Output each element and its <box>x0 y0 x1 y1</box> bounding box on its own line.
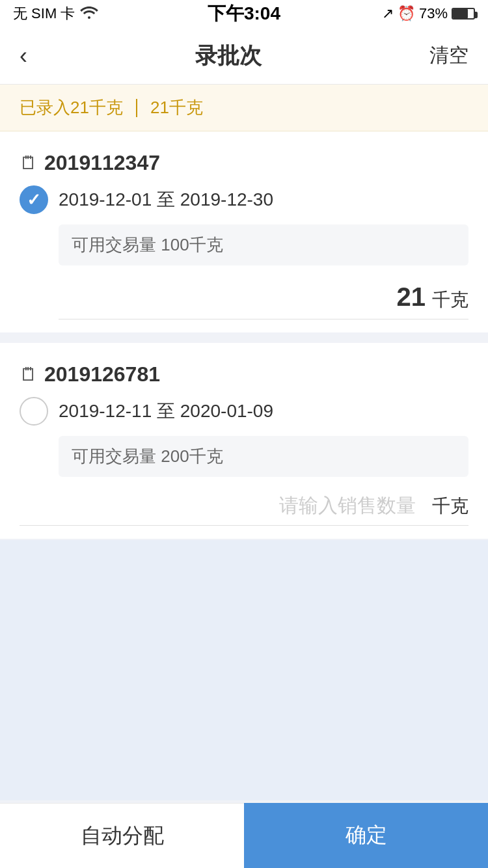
info-value: 21千克 <box>150 96 203 119</box>
battery-icon <box>452 8 475 20</box>
nav-bar: ‹ 录批次 清空 <box>0 27 488 85</box>
page-title: 录批次 <box>195 41 262 71</box>
batch1-amount-value: 21 <box>397 282 426 312</box>
clear-button[interactable]: 清空 <box>429 42 468 69</box>
batch1-checkbox[interactable] <box>20 185 48 214</box>
batch1-icon: 🗒 <box>20 152 38 174</box>
bottom-bar: 自动分配 确定 <box>0 803 488 868</box>
batch2-avail-text: 可用交易量 200千克 <box>72 446 223 466</box>
batch1-avail-text: 可用交易量 100千克 <box>72 235 223 254</box>
wifi-icon <box>80 5 98 23</box>
back-button[interactable]: ‹ <box>20 44 27 68</box>
batch2-input-divider <box>20 525 468 526</box>
batch1-date: 2019-12-01 至 2019-12-30 <box>59 187 273 212</box>
batch2-input-row: 千克 <box>20 483 468 525</box>
batch2-quantity-input[interactable] <box>178 495 426 517</box>
batch2-checkbox[interactable] <box>20 397 48 426</box>
batch1-amount-unit: 千克 <box>432 288 468 312</box>
status-right: ↗ ⏰ 73% <box>382 5 475 22</box>
batch2-date: 2019-12-11 至 2020-01-09 <box>59 399 273 424</box>
info-divider <box>136 99 137 117</box>
location-icon: ↗ <box>382 5 394 22</box>
status-left: 无 SIM 卡 <box>13 4 98 23</box>
alarm-icon: ⏰ <box>398 5 415 22</box>
batch2-unit: 千克 <box>432 494 468 519</box>
batch1-divider <box>59 319 468 319</box>
batch2-icon: 🗒 <box>20 364 38 385</box>
auto-distribute-button[interactable]: 自动分配 <box>0 803 244 868</box>
batch1-id: 2019112347 <box>44 151 160 175</box>
batch2-header: 🗒 2019126781 <box>20 362 468 387</box>
batch1-date-row: 2019-12-01 至 2019-12-30 <box>20 185 468 214</box>
batch2-id: 2019126781 <box>44 362 160 387</box>
batch1-header: 🗒 2019112347 <box>20 151 468 175</box>
info-banner: 已录入21千克 21千克 <box>0 85 488 131</box>
info-recorded: 已录入21千克 <box>20 96 123 119</box>
batch1-amount-row: 21 千克 <box>20 272 468 319</box>
confirm-button[interactable]: 确定 <box>244 803 488 868</box>
status-time: 下午3:04 <box>208 1 280 26</box>
batch2-card: 🗒 2019126781 2019-12-11 至 2020-01-09 可用交… <box>0 343 488 539</box>
status-bar: 无 SIM 卡 下午3:04 ↗ ⏰ 73% <box>0 0 488 27</box>
batch2-date-row: 2019-12-11 至 2020-01-09 <box>20 397 468 426</box>
batch1-card: 🗒 2019112347 2019-12-01 至 2019-12-30 可用交… <box>0 131 488 332</box>
blue-area <box>0 540 488 800</box>
battery-percent: 73% <box>419 5 448 22</box>
batch1-avail-box: 可用交易量 100千克 <box>59 224 468 265</box>
carrier-label: 无 SIM 卡 <box>13 4 75 23</box>
batch2-avail-box: 可用交易量 200千克 <box>59 436 468 477</box>
